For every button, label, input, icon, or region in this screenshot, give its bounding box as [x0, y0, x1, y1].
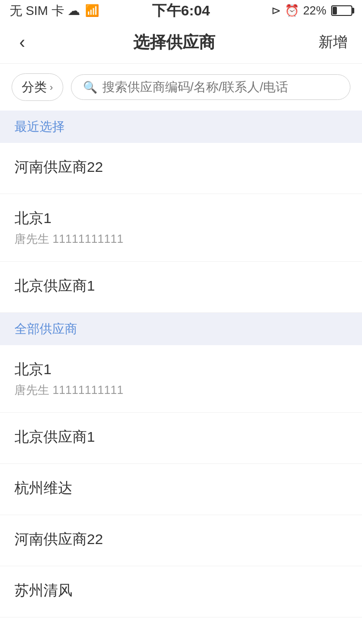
all-items-list: 北京1 唐先生 11111111111 北京供应商1 杭州维达 河南供应商22 … — [0, 345, 362, 617]
search-box[interactable]: 🔍 — [71, 74, 350, 100]
battery-percentage: 22% — [303, 4, 326, 17]
location-icon: ⊳ — [271, 4, 281, 17]
all-section-label: 全部供应商 — [14, 322, 77, 336]
item-name: 河南供应商22 — [14, 157, 348, 177]
recent-items-list: 河南供应商22 北京1 唐先生 11111111111 北京供应商1 — [0, 143, 362, 313]
category-label: 分类 — [22, 79, 47, 96]
status-bar: 无 SIM 卡 ☁ 📶 下午6:04 ⊳ ⏰ 22% — [0, 0, 362, 21]
list-item[interactable]: 北京供应商1 — [0, 413, 362, 464]
status-right: ⊳ ⏰ 22% — [271, 4, 352, 17]
item-name: 北京1 — [14, 209, 348, 228]
back-button[interactable]: ‹ — [14, 28, 30, 57]
list-item[interactable]: 河南供应商22 — [0, 515, 362, 566]
status-left: 无 SIM 卡 ☁ 📶 — [10, 2, 99, 19]
alarm-icon: ⏰ — [285, 4, 299, 17]
category-button[interactable]: 分类 › — [12, 73, 63, 101]
recent-section-label: 最近选择 — [14, 119, 65, 134]
search-input[interactable] — [102, 80, 338, 95]
list-item[interactable]: 北京1 唐先生 11111111111 — [0, 345, 362, 413]
all-section-header: 全部供应商 — [0, 313, 362, 345]
list-item[interactable]: 杭州维达 — [0, 464, 362, 515]
page-title: 选择供应商 — [133, 31, 215, 54]
status-time: 下午6:04 — [152, 1, 210, 21]
list-item[interactable]: 河南供应商22 — [0, 143, 362, 194]
list-item[interactable]: 苏州清风 — [0, 566, 362, 617]
add-button[interactable]: 新增 — [319, 32, 348, 52]
list-item[interactable]: 北京供应商1 — [0, 262, 362, 313]
list-item[interactable]: 北京1 唐先生 11111111111 — [0, 194, 362, 262]
filter-bar: 分类 › 🔍 — [0, 64, 362, 111]
item-name: 杭州维达 — [14, 478, 348, 498]
chevron-right-icon: › — [50, 82, 53, 93]
item-name: 苏州清风 — [14, 581, 348, 601]
wifi-icon: 📶 — [85, 4, 99, 17]
nav-bar: ‹ 选择供应商 新增 — [0, 21, 362, 64]
item-detail: 唐先生 11111111111 — [14, 231, 348, 247]
item-name: 河南供应商22 — [14, 530, 348, 549]
recent-section-header: 最近选择 — [0, 111, 362, 143]
item-name: 北京供应商1 — [14, 276, 348, 296]
item-name: 北京1 — [14, 360, 348, 379]
battery-icon — [331, 5, 352, 16]
item-name: 北京供应商1 — [14, 427, 348, 447]
sim-label: 无 SIM 卡 ☁ — [10, 2, 80, 19]
search-icon: 🔍 — [83, 81, 97, 94]
item-detail: 唐先生 11111111111 — [14, 382, 348, 398]
